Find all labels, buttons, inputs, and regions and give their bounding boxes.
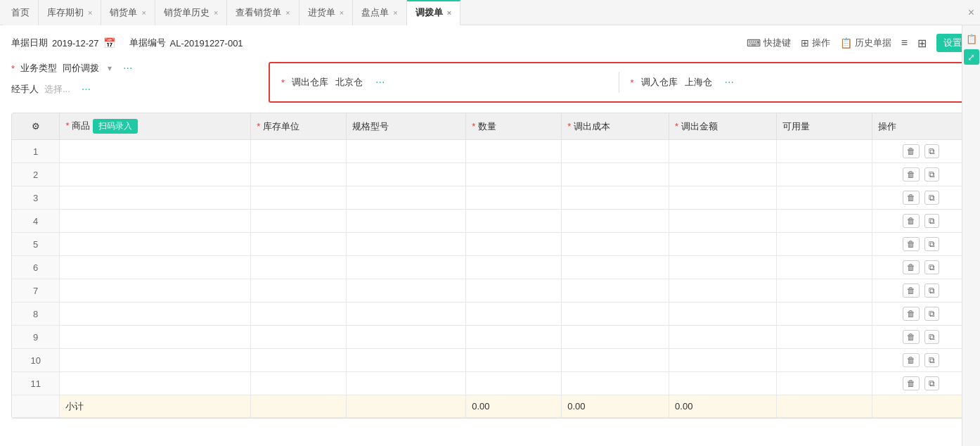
business-type-dropdown[interactable]: ▾ <box>108 63 112 73</box>
row-spec-1[interactable] <box>347 140 466 163</box>
copy-row-7-button[interactable]: ⧉ <box>924 283 939 298</box>
row-cost-5[interactable] <box>562 233 669 256</box>
tab-sales-history[interactable]: 销货单历史 × <box>155 0 227 25</box>
source-warehouse-more[interactable]: ··· <box>375 76 385 89</box>
row-amount-5[interactable] <box>669 233 777 256</box>
copy-row-4-button[interactable]: ⧉ <box>924 214 939 228</box>
operation-action[interactable]: ⊞ 操作 <box>801 37 830 49</box>
tab-close-sales-history[interactable]: × <box>214 8 218 17</box>
row-product-9[interactable] <box>60 326 251 349</box>
row-amount-9[interactable] <box>669 326 777 349</box>
row-product-6[interactable] <box>60 256 251 279</box>
tab-view-sales[interactable]: 查看销货单 × <box>227 0 299 25</box>
row-amount-1[interactable] <box>669 140 777 163</box>
row-unit-1[interactable] <box>251 140 347 163</box>
row-qty-1[interactable] <box>466 140 562 163</box>
row-spec-2[interactable] <box>347 163 466 186</box>
copy-row-3-button[interactable]: ⧉ <box>924 191 939 205</box>
row-spec-7[interactable] <box>347 279 466 302</box>
row-spec-6[interactable] <box>347 256 466 279</box>
row-unit-2[interactable] <box>251 163 347 186</box>
row-spec-5[interactable] <box>347 233 466 256</box>
row-qty-10[interactable] <box>466 349 562 372</box>
tab-close-init-stock[interactable]: × <box>88 8 92 17</box>
list-view-icon[interactable]: ≡ <box>901 37 908 49</box>
copy-row-1-button[interactable]: ⧉ <box>924 144 939 158</box>
row-cost-1[interactable] <box>562 140 669 163</box>
delete-row-1-button[interactable]: 🗑 <box>903 144 920 158</box>
scan-entry-button[interactable]: 扫码录入 <box>93 119 138 134</box>
delete-row-6-button[interactable]: 🗑 <box>903 260 920 274</box>
row-qty-8[interactable] <box>466 302 562 326</box>
tab-close-transfer[interactable]: × <box>447 8 451 17</box>
row-product-1[interactable] <box>60 140 251 163</box>
row-qty-11[interactable] <box>466 372 562 395</box>
delete-row-10-button[interactable]: 🗑 <box>903 353 920 367</box>
row-cost-10[interactable] <box>562 349 669 372</box>
delete-row-5-button[interactable]: 🗑 <box>903 237 920 251</box>
row-unit-4[interactable] <box>251 210 347 233</box>
row-qty-3[interactable] <box>466 186 562 210</box>
row-cost-2[interactable] <box>562 163 669 186</box>
row-unit-10[interactable] <box>251 349 347 372</box>
row-avail-7[interactable] <box>777 279 872 302</box>
row-avail-8[interactable] <box>777 302 872 326</box>
delete-row-4-button[interactable]: 🗑 <box>903 214 920 228</box>
row-unit-5[interactable] <box>251 233 347 256</box>
row-cost-11[interactable] <box>562 372 669 395</box>
handler-more[interactable]: ··· <box>82 83 91 96</box>
row-unit-8[interactable] <box>251 302 347 326</box>
delete-row-2-button[interactable]: 🗑 <box>903 167 920 181</box>
row-cost-9[interactable] <box>562 326 669 349</box>
tab-init-stock[interactable]: 库存期初 × <box>39 0 101 25</box>
row-product-10[interactable] <box>60 349 251 372</box>
copy-row-5-button[interactable]: ⧉ <box>924 237 939 251</box>
row-amount-4[interactable] <box>669 210 777 233</box>
business-type-more[interactable]: ··· <box>123 62 132 75</box>
copy-row-6-button[interactable]: ⧉ <box>924 260 939 274</box>
target-warehouse-value[interactable]: 上海仓 <box>685 76 712 89</box>
sidebar-notes-icon[interactable]: 📋 <box>964 31 979 46</box>
source-warehouse-value[interactable]: 北京仓 <box>335 76 363 89</box>
sidebar-expand-icon[interactable]: ⤢ <box>964 49 979 65</box>
grid-view-icon[interactable]: ⊞ <box>917 37 927 50</box>
row-cost-7[interactable] <box>562 279 669 302</box>
business-type-value[interactable]: 同价调拨 <box>63 62 99 75</box>
row-amount-6[interactable] <box>669 256 777 279</box>
copy-row-2-button[interactable]: ⧉ <box>924 167 939 181</box>
row-qty-5[interactable] <box>466 233 562 256</box>
row-amount-7[interactable] <box>669 279 777 302</box>
row-avail-4[interactable] <box>777 210 872 233</box>
row-unit-7[interactable] <box>251 279 347 302</box>
row-amount-11[interactable] <box>669 372 777 395</box>
gear-icon[interactable]: ⚙ <box>32 121 40 132</box>
row-amount-8[interactable] <box>669 302 777 326</box>
row-amount-3[interactable] <box>669 186 777 210</box>
row-avail-11[interactable] <box>777 372 872 395</box>
tab-transfer[interactable]: 调拨单 × <box>407 0 460 25</box>
row-avail-5[interactable] <box>777 233 872 256</box>
calendar-icon[interactable]: 📅 <box>103 37 115 49</box>
row-unit-9[interactable] <box>251 326 347 349</box>
row-cost-4[interactable] <box>562 210 669 233</box>
row-product-8[interactable] <box>60 302 251 326</box>
row-product-3[interactable] <box>60 186 251 210</box>
row-amount-10[interactable] <box>669 349 777 372</box>
row-spec-8[interactable] <box>347 302 466 326</box>
row-product-5[interactable] <box>60 233 251 256</box>
row-product-7[interactable] <box>60 279 251 302</box>
delete-row-7-button[interactable]: 🗑 <box>903 283 920 298</box>
row-cost-8[interactable] <box>562 302 669 326</box>
row-cost-6[interactable] <box>562 256 669 279</box>
row-unit-6[interactable] <box>251 256 347 279</box>
row-product-2[interactable] <box>60 163 251 186</box>
delete-row-3-button[interactable]: 🗑 <box>903 191 920 205</box>
row-spec-4[interactable] <box>347 210 466 233</box>
tab-home[interactable]: 首页 <box>3 0 39 25</box>
target-warehouse-more[interactable]: ··· <box>725 76 734 89</box>
row-avail-3[interactable] <box>777 186 872 210</box>
row-avail-9[interactable] <box>777 326 872 349</box>
row-cost-3[interactable] <box>562 186 669 210</box>
tab-sales-order[interactable]: 销货单 × <box>101 0 155 25</box>
delete-row-8-button[interactable]: 🗑 <box>903 307 920 321</box>
